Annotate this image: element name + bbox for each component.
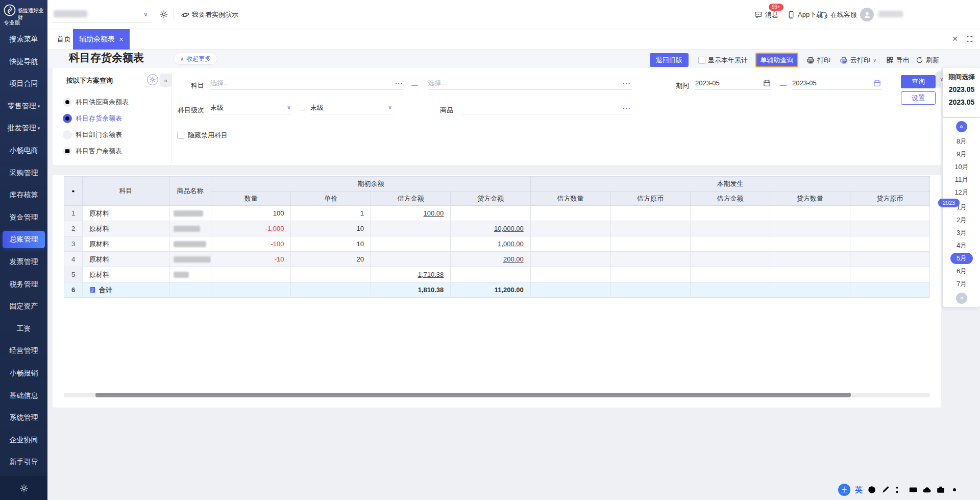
subject-to-field[interactable]: 选择... ··· (428, 77, 632, 90)
column-header: 借方原币 (610, 192, 690, 206)
subject-from-placeholder: 选择... (210, 79, 229, 88)
amount-link[interactable]: 10,000.00 (494, 225, 524, 232)
calendar-purple-icon[interactable] (873, 79, 881, 87)
settings-button[interactable]: 设置 (901, 91, 936, 105)
sidebar-item-label: 新手引导 (10, 458, 38, 467)
sidebar-item-6[interactable]: 小畅电商 (3, 142, 45, 159)
month-item-11[interactable]: 6月 (943, 265, 980, 277)
sidebar-item-8[interactable]: 库存核算 (3, 186, 45, 204)
export-button[interactable]: 导出 (886, 53, 910, 67)
credit-cell (451, 206, 530, 221)
subject-to-ellipsis-icon[interactable]: ··· (623, 80, 631, 87)
credit-cell: 1,000.00 (451, 236, 530, 252)
sidebar-item-9[interactable]: 资金管理 (3, 209, 45, 226)
refresh-button[interactable]: 刷新 (916, 53, 939, 67)
hide-disabled-checkbox[interactable]: 隐藏禁用科目 (177, 131, 228, 140)
back-to-old-version-button[interactable]: 退回旧版 (650, 53, 689, 67)
tab-aux-balance-active[interactable]: 辅助余额表 ✕ (73, 29, 130, 50)
settings-label: 设置 (912, 93, 925, 103)
sidebar-item-14[interactable]: 工资 (3, 320, 45, 338)
tab-close-icon[interactable]: ✕ (119, 36, 124, 43)
collapse-more-button[interactable]: ∧ 收起更多 (174, 53, 217, 65)
sidebar-item-10[interactable]: 总账管理 (3, 231, 45, 248)
sidebar-item-label: 企业协同 (10, 436, 38, 445)
debit-cell (371, 252, 451, 267)
month-item-4[interactable]: 11月 (943, 173, 980, 186)
month-item-12[interactable]: 7月 (943, 277, 980, 290)
toolbox-icon[interactable] (936, 485, 945, 494)
emoji-icon[interactable] (867, 485, 876, 494)
sidebar-item-4[interactable]: 零售管理▾ (3, 98, 45, 115)
user-avatar[interactable] (860, 8, 874, 21)
online-service-button[interactable]: 在线客服 (820, 0, 857, 29)
input-method-logo-icon[interactable]: 王 (838, 484, 850, 496)
show-year-total-checkbox[interactable]: 显示本年累计 (698, 53, 748, 67)
level-from-select[interactable]: 末级 ∨ (210, 101, 292, 114)
horizontal-scrollbar (64, 393, 930, 397)
sidebar-item-1[interactable]: 搜索菜单 (3, 31, 45, 48)
keyboard-icon[interactable] (909, 485, 918, 494)
amount-link[interactable]: 200.00 (503, 255, 524, 263)
input-language-indicator[interactable]: 英 (855, 485, 863, 495)
sidebar-item-7[interactable]: 采购管理 (3, 164, 45, 182)
show-year-total-label: 显示本年累计 (708, 56, 748, 65)
cloud-icon[interactable] (922, 485, 932, 494)
sidebar-item-17[interactable]: 基础信息 (3, 387, 45, 404)
sidebar-item-13[interactable]: 固定资产 (3, 298, 45, 315)
pen-icon[interactable] (881, 485, 890, 494)
demo-link[interactable]: 我要看实例演示 (181, 0, 238, 29)
messages-badge: 99+ (769, 4, 783, 11)
sidebar-item-19[interactable]: 企业协同 (3, 432, 45, 449)
sidebar-item-18[interactable]: 系统管理 (3, 409, 45, 426)
tabbar-fullscreen-icon[interactable] (965, 34, 974, 43)
period-range-from[interactable]: 2023.05 (949, 85, 975, 93)
month-item-2[interactable]: 9月 (943, 148, 980, 160)
scroll-up-icon[interactable]: « (956, 121, 967, 132)
level-to-select[interactable]: 末级 ∨ (310, 101, 393, 114)
period-from-field[interactable]: 2023-05 (695, 77, 772, 90)
gear-icon[interactable] (950, 485, 959, 494)
month-item-7[interactable]: 2月 (943, 213, 980, 226)
period-range-to[interactable]: 2023.05 (949, 98, 975, 106)
company-select-chevron-down-icon[interactable]: ∨ (143, 11, 148, 18)
product-field[interactable]: ··· (459, 101, 632, 114)
sidebar-item-20[interactable]: 新手引导 (3, 454, 45, 471)
period-from-value: 2023-05 (695, 79, 720, 87)
product-ellipsis-icon[interactable]: ··· (623, 104, 631, 112)
print-button[interactable]: 打印 (806, 53, 830, 67)
sidebar-settings-gear-icon[interactable] (20, 484, 28, 492)
month-item-9[interactable]: 4月 (943, 239, 980, 252)
tabbar-close-icon[interactable]: ✕ (950, 34, 960, 43)
app-download-button[interactable]: App下载 (787, 0, 823, 29)
month-item-8[interactable]: 3月 (943, 226, 980, 239)
month-item-10[interactable]: 5月 (943, 252, 980, 265)
sidebar-item-11[interactable]: 发票管理 (3, 253, 45, 271)
sidebar-item-12[interactable]: 税务管理 (3, 276, 45, 293)
amount-link[interactable]: 100.00 (424, 209, 444, 217)
aux-query-button[interactable]: 单辅助查询 (755, 53, 798, 67)
query-button[interactable]: 查询 (901, 75, 936, 88)
sidebar-item-5[interactable]: 批发管理▾ (3, 120, 45, 137)
scissors-icon[interactable] (895, 485, 904, 494)
period-to-field[interactable]: 2023-05 (792, 77, 882, 90)
sidebar-item-15[interactable]: 经营管理 (3, 342, 45, 360)
month-item-1[interactable]: 8月 (943, 135, 980, 148)
sidebar-item-3[interactable]: 项目合同 (3, 75, 45, 92)
header-settings-gear-icon[interactable] (160, 10, 168, 18)
calendar-icon[interactable] (763, 79, 771, 87)
scheme-item-4[interactable]: 科目客户余额表 (63, 145, 165, 158)
chevron-down-icon: ▾ (38, 126, 40, 131)
cloud-print-button[interactable]: 云打印 ∨ (840, 53, 876, 67)
month-item-5[interactable]: 12月 (943, 186, 980, 199)
amount-link[interactable]: 1,000.00 (498, 240, 524, 248)
scroll-down-icon[interactable]: « (956, 293, 967, 304)
scheme-item-3[interactable]: 科目部门余额表 (63, 128, 165, 141)
month-item-3[interactable]: 10月 (943, 160, 980, 173)
subject-from-field[interactable]: 选择... ··· (210, 77, 404, 90)
amount-link[interactable]: 1,710.38 (418, 271, 444, 278)
sidebar-item-16[interactable]: 小畅报销 (3, 365, 45, 382)
subject-from-ellipsis-icon[interactable]: ··· (395, 80, 403, 87)
table-settings-gear-icon[interactable] (64, 177, 83, 206)
sidebar-item-2[interactable]: 快捷导航 (3, 53, 45, 70)
scrollbar-thumb[interactable] (95, 393, 851, 397)
